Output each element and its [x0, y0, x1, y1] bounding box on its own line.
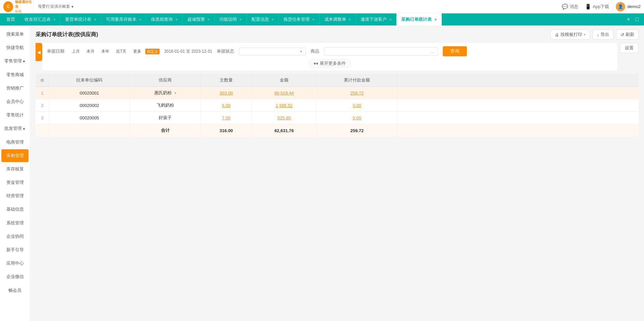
- user-info[interactable]: 👤 demo2: [616, 2, 641, 11]
- col-qty: 主数量: [201, 74, 252, 87]
- footer-empty-1: [36, 124, 49, 137]
- col-paid: 累计付款金额: [317, 74, 397, 87]
- tab-close-3[interactable]: ×: [175, 17, 177, 21]
- goods-more-icon: …: [430, 49, 434, 54]
- sidebar-item-marketing[interactable]: 营销推广: [1, 82, 29, 95]
- sidebar-item-member2[interactable]: 畅会员: [1, 284, 29, 297]
- sidebar-item-finance[interactable]: 资金管理: [1, 176, 29, 189]
- sidebar-item-wechat[interactable]: 企业微信: [1, 270, 29, 283]
- tab-close-2[interactable]: ×: [139, 17, 141, 21]
- shortcut-last-month[interactable]: 上月: [69, 48, 83, 55]
- avatar: 👤: [616, 2, 625, 11]
- tab-close-9[interactable]: ×: [389, 17, 391, 21]
- tab-close-8[interactable]: ×: [349, 17, 351, 21]
- tab-8[interactable]: 成本调整单 ×: [320, 13, 356, 25]
- refresh-button[interactable]: ↺ 刷新: [616, 30, 639, 40]
- download-icon: 📱: [585, 4, 591, 10]
- tab-4[interactable]: 超储预警 ×: [183, 13, 215, 25]
- print-button[interactable]: 🖨 按模板打印 ▾: [550, 30, 590, 40]
- sidebar: 搜索菜单 快捷导航 零售管理 ▲ 零售商城 营销推广 会员中心 零售统计 批发管…: [0, 25, 30, 321]
- tab-5[interactable]: 功能说明 ×: [215, 13, 247, 25]
- tab-10[interactable]: 采购订单统计表 ×: [396, 13, 441, 25]
- print-dropdown-arrow: ▾: [584, 33, 586, 37]
- sidebar-item-enterprise-collab[interactable]: 企业协同: [1, 230, 29, 243]
- query-button[interactable]: 查询: [443, 46, 467, 56]
- shortcut-7days[interactable]: 近7天: [113, 48, 129, 55]
- maximize-button[interactable]: □: [633, 16, 641, 23]
- status-label: 单据状态: [217, 48, 234, 54]
- sidebar-item-member[interactable]: 会员中心: [1, 95, 29, 108]
- supplier-dropdown-1[interactable]: ▾: [174, 91, 176, 95]
- sidebar-item-purchase[interactable]: 采购管理: [1, 149, 29, 162]
- amount-link-2[interactable]: 1,586.52: [276, 103, 293, 108]
- tab-close-1[interactable]: ×: [94, 17, 96, 21]
- row-num-2: 2: [36, 99, 49, 112]
- table-row: 3 00020005 好孩子 7.00 525.80 0.00: [36, 112, 639, 124]
- date-label: 单据日期: [47, 48, 64, 54]
- amount-link-3[interactable]: 525.80: [277, 115, 291, 120]
- shortcut-this-year[interactable]: 本年: [99, 48, 112, 55]
- filter-collapse-button[interactable]: ◀: [36, 43, 42, 61]
- filter-toggle-col: ◀: [36, 43, 42, 70]
- sidebar-item-operations[interactable]: 经营管理: [1, 190, 29, 202]
- tab-3[interactable]: 保质期查询 ×: [146, 13, 182, 25]
- row-num-1: 1: [36, 87, 49, 99]
- status-select[interactable]: ▾: [239, 48, 306, 55]
- tab-1[interactable]: 要货单统计表 ×: [60, 13, 101, 25]
- top-right-area: 💬 消息 📱 App下载 👤 demo2: [562, 2, 641, 11]
- sidebar-item-search[interactable]: 搜索菜单: [1, 28, 29, 41]
- goods-input[interactable]: …: [324, 47, 438, 56]
- col-supplier: 供应商: [130, 74, 201, 87]
- col-empty: [397, 74, 639, 87]
- qty-link-3[interactable]: 7.00: [222, 115, 230, 120]
- logo-text: 畅捷通好生意 标版: [15, 0, 34, 14]
- tab-6[interactable]: 配置信息 ×: [247, 13, 279, 25]
- sidebar-item-retail-mgmt[interactable]: 零售管理 ▲: [1, 55, 29, 67]
- header-actions: 🖨 按模板打印 ▾ ↓ 导出 ↺ 刷新: [550, 30, 639, 40]
- sidebar-item-inventory[interactable]: 库存核算: [1, 163, 29, 175]
- app-download-button[interactable]: 📱 App下载: [585, 4, 609, 10]
- close-all-button[interactable]: ×: [625, 16, 632, 23]
- amount-link-1[interactable]: 60,519.44: [274, 91, 294, 96]
- tab-close-4[interactable]: ×: [208, 17, 210, 21]
- paid-link-2[interactable]: 0.00: [353, 103, 361, 108]
- tab-0[interactable]: 收发存汇总表 ×: [20, 13, 60, 25]
- column-settings-icon[interactable]: ⚙: [40, 78, 44, 83]
- tab-7[interactable]: 拣货任务管理 ×: [279, 13, 319, 25]
- expand-more-row: ▾▾ 展开更多条件: [47, 59, 612, 68]
- workspace-selector[interactable]: 母婴行业演示账套 ▾: [34, 0, 77, 13]
- paid-link-3[interactable]: 0.00: [353, 115, 361, 120]
- tab-close-6[interactable]: ×: [272, 17, 274, 21]
- nav-tabs: 首页 收发存汇总表 × 要货单统计表 × 可用量库存账本 × 保质期查询 × 超…: [0, 13, 644, 25]
- footer-amount: 62,631.76: [252, 124, 317, 137]
- message-button[interactable]: 💬 消息: [562, 4, 578, 10]
- sidebar-item-quicknav[interactable]: 快捷导航: [1, 41, 29, 54]
- settings-button[interactable]: 设置: [620, 43, 639, 53]
- refresh-icon: ↺: [621, 32, 624, 37]
- sidebar-item-system[interactable]: 系统管理: [1, 217, 29, 229]
- tab-close-10[interactable]: ×: [434, 17, 436, 21]
- sidebar-item-app-center[interactable]: 应用中心: [1, 257, 29, 270]
- shortcut-more[interactable]: 更多: [130, 48, 144, 55]
- row-extra-1: [397, 87, 639, 99]
- sidebar-item-basic-info[interactable]: 基础信息: [1, 203, 29, 216]
- tab-2[interactable]: 可用量库存账本 ×: [101, 13, 146, 25]
- qty-link-1[interactable]: 303.00: [220, 91, 233, 96]
- sidebar-item-ecommerce[interactable]: 电商管理: [1, 136, 29, 149]
- sidebar-item-retail-stats[interactable]: 零售统计: [1, 109, 29, 121]
- sidebar-item-wholesale[interactable]: 批发管理 ▲: [1, 122, 29, 135]
- shortcut-this-month[interactable]: 本月: [84, 48, 97, 55]
- paid-link-1[interactable]: 259.72: [350, 91, 364, 96]
- sidebar-item-retail-shop[interactable]: 零售商城: [1, 68, 29, 81]
- tab-home[interactable]: 首页: [2, 16, 20, 22]
- tab-close-0[interactable]: ×: [53, 17, 55, 21]
- filter-content: 单据日期 上月 本月 本年 近7天 更多 自定义 2016-01-01 至: [42, 43, 617, 70]
- tab-close-5[interactable]: ×: [239, 17, 241, 21]
- export-button[interactable]: ↓ 导出: [593, 30, 614, 40]
- tab-9[interactable]: 邀请下游客户 ×: [356, 13, 396, 25]
- tab-close-7[interactable]: ×: [312, 17, 314, 21]
- expand-more-button[interactable]: ▾▾ 展开更多条件: [309, 59, 351, 68]
- sidebar-item-new-guide[interactable]: 新手引导: [1, 244, 29, 256]
- goods-label: 商品: [311, 48, 319, 54]
- qty-link-2[interactable]: 6.00: [222, 103, 230, 108]
